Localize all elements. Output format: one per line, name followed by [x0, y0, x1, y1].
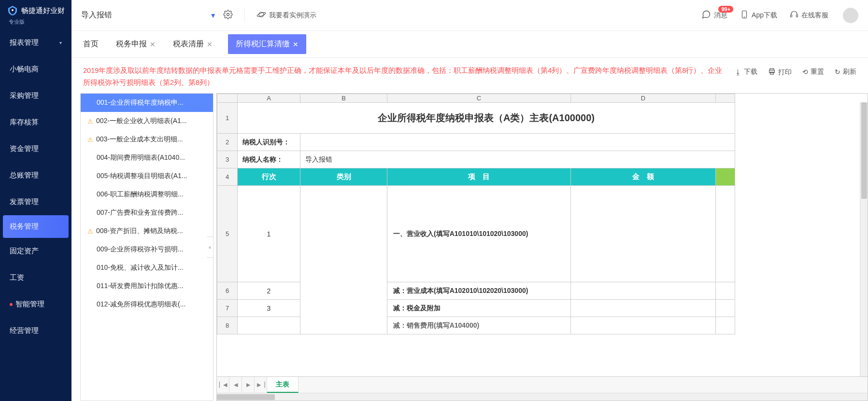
sidebar-item-10[interactable]: 智能管理 [0, 291, 71, 318]
taxid-value[interactable] [300, 134, 735, 151]
download-button[interactable]: ⭳下载 [735, 68, 757, 76]
th-amount[interactable]: 金 额 [571, 168, 716, 186]
sheet-title[interactable]: 企业所得税年度纳税申报表（A类）主表(A100000) [238, 103, 735, 134]
chevron-down-icon[interactable]: ▼ [210, 12, 216, 19]
notice-text: 2019年度涉及取以前年度结转数据的申报表单元格需要手工维护正确，才能保证本年及… [83, 65, 727, 88]
col-head-c[interactable]: C [387, 94, 571, 103]
col-head-d[interactable]: D [571, 94, 716, 103]
taxname-value[interactable]: 导入报错 [300, 151, 735, 168]
cell-lineno[interactable] [238, 317, 300, 334]
sheet-nav-next[interactable]: ▶ [242, 377, 255, 393]
refresh-button[interactable]: ↻刷新 [835, 68, 856, 76]
cell-project[interactable]: 一、营业收入(填写A101010\101020\103000) [387, 186, 571, 282]
sidebar-item-label: 库存核算 [10, 118, 39, 127]
form-item-11[interactable]: 012-减免所得税优惠明细表(... [81, 295, 213, 314]
breadcrumb[interactable]: 导入报错 ▼ [81, 10, 216, 20]
sidebar-item-3[interactable]: 库存核算 [0, 109, 71, 136]
cell-extra[interactable] [716, 282, 735, 300]
col-head-e[interactable] [716, 94, 735, 103]
tab-label: 所得税汇算清缴 [236, 39, 290, 49]
avatar[interactable] [843, 8, 858, 23]
taxname-label[interactable]: 纳税人名称： [238, 151, 300, 168]
nav: 报表管理▾小畅电商采购管理库存核算资金管理总账管理发票管理税务管理固定资产工资智… [0, 29, 71, 401]
sheet-nav-prev[interactable]: ◀ [229, 377, 242, 393]
form-item-8[interactable]: 009-企业所得税弥补亏损明... [81, 240, 213, 259]
row-head[interactable]: 6 [217, 282, 238, 300]
sidebar-item-0[interactable]: 报表管理▾ [0, 29, 71, 56]
tab-2[interactable]: 税表清册✕ [171, 35, 214, 53]
col-head-a[interactable]: A [238, 94, 300, 103]
cell-project[interactable]: 减：营业成本(填写A102010\102020\103000) [387, 282, 571, 300]
taxid-label[interactable]: 纳税人识别号： [238, 134, 300, 151]
tab-3[interactable]: 所得税汇算清缴✕ [228, 34, 306, 54]
sheet-nav-last[interactable]: ▶▕ [255, 377, 267, 393]
cell-extra[interactable] [716, 300, 735, 317]
form-item-5[interactable]: 006-职工薪酬纳税调整明细... [81, 185, 213, 204]
corner-cell[interactable] [217, 94, 238, 103]
close-icon[interactable]: ✕ [150, 41, 156, 48]
message-button[interactable]: 消息 99+ [698, 10, 730, 21]
form-item-0[interactable]: 001-企业所得税年度纳税申... [81, 94, 213, 112]
download-icon: ⭳ [735, 68, 741, 76]
sidebar-item-2[interactable]: 采购管理 [0, 83, 71, 109]
sheet-body[interactable]: A B C D 1 企业所得税年度纳税申报表（A类）主表(A100000) [217, 94, 868, 376]
reset-button[interactable]: ⟲重置 [802, 68, 824, 76]
collapse-handle[interactable]: « [207, 236, 213, 258]
row-head[interactable]: 1 [217, 103, 238, 134]
horizontal-scrollbar[interactable] [217, 393, 868, 401]
row-head[interactable]: 5 [217, 186, 238, 282]
sidebar-item-4[interactable]: 资金管理 [0, 136, 71, 162]
form-item-3[interactable]: 004-期间费用明细表(A1040... [81, 149, 213, 167]
sidebar-item-7[interactable]: 税务管理 [3, 215, 69, 238]
sidebar-item-label: 经营管理 [10, 326, 39, 335]
sheet-nav-first[interactable]: ▏◀ [217, 377, 229, 393]
form-item-1[interactable]: ⚠002-一般企业收入明细表(A1... [81, 112, 213, 130]
sheet-tab[interactable]: 主表 [267, 377, 299, 393]
form-item-4[interactable]: 005-纳税调整项目明细表(A1... [81, 167, 213, 185]
cell-category[interactable] [300, 186, 387, 334]
row-head[interactable]: 7 [217, 300, 238, 317]
cell-amount[interactable] [571, 186, 716, 282]
sidebar-item-8[interactable]: 固定资产 [0, 238, 71, 264]
cell-lineno[interactable]: 2 [238, 282, 300, 300]
cell-amount[interactable] [571, 300, 716, 317]
row-head[interactable]: 4 [217, 168, 238, 186]
close-icon[interactable]: ✕ [293, 41, 299, 48]
th-extra[interactable] [716, 168, 735, 186]
cell-amount[interactable] [571, 282, 716, 300]
th-lineno[interactable]: 行次 [238, 168, 300, 186]
form-item-9[interactable]: 010-免税、减计收入及加计... [81, 259, 213, 277]
cell-lineno[interactable]: 3 [238, 300, 300, 317]
sidebar-item-6[interactable]: 发票管理 [0, 189, 71, 215]
form-item-10[interactable]: 011-研发费用加计扣除优惠... [81, 277, 213, 295]
cell-project[interactable]: 减：销售费用(填写A104000) [387, 317, 571, 334]
form-item-2[interactable]: ⚠003-一般企业成本支出明细... [81, 130, 213, 149]
form-item-7[interactable]: ⚠008-资产折旧、摊销及纳税... [81, 222, 213, 240]
cell-project[interactable]: 减：税金及附加 [387, 300, 571, 317]
demo-link[interactable]: 我要看实例演示 [256, 10, 316, 21]
close-icon[interactable]: ✕ [207, 41, 213, 48]
breadcrumb-text: 导入报错 [81, 10, 112, 20]
tab-1[interactable]: 税务申报✕ [114, 35, 157, 53]
cell-extra[interactable] [716, 186, 735, 282]
sidebar-item-11[interactable]: 经营管理 [0, 318, 71, 344]
th-project[interactable]: 项 目 [387, 168, 571, 186]
row-head[interactable]: 8 [217, 317, 238, 334]
gear-icon[interactable] [223, 10, 233, 21]
cell-lineno[interactable]: 1 [238, 186, 300, 282]
form-item-6[interactable]: 007-广告费和业务宣传费跨... [81, 204, 213, 222]
appdownload-button[interactable]: App下载 [737, 10, 780, 20]
print-button[interactable]: 打印 [768, 68, 792, 77]
vertical-scrollbar[interactable] [860, 102, 868, 376]
sidebar-item-1[interactable]: 小畅电商 [0, 56, 71, 83]
tab-0[interactable]: 首页 [81, 35, 100, 53]
cell-extra[interactable] [716, 317, 735, 334]
service-button[interactable]: 在线客服 [787, 10, 831, 20]
sidebar-item-5[interactable]: 总账管理 [0, 162, 71, 189]
cell-amount[interactable] [571, 317, 716, 334]
row-head[interactable]: 3 [217, 151, 238, 168]
row-head[interactable]: 2 [217, 134, 238, 151]
th-category[interactable]: 类别 [300, 168, 387, 186]
sidebar-item-9[interactable]: 工资 [0, 264, 71, 291]
col-head-b[interactable]: B [300, 94, 387, 103]
